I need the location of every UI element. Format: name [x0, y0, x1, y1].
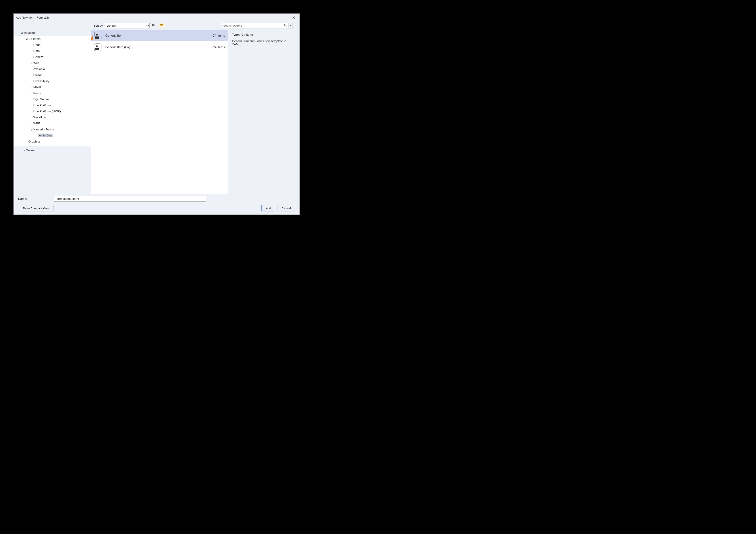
category-tree: ◢ Installed ◢ C# Items Code Data General… — [14, 30, 91, 194]
svg-rect-3 — [152, 25, 153, 26]
tree-label: Data — [33, 49, 40, 53]
tree-item-maui[interactable]: ▷MAUI — [14, 84, 91, 90]
template-category: C# Items — [212, 34, 225, 37]
toolbar: Sort by: Default ▾ — [14, 21, 300, 30]
search-icon[interactable] — [283, 24, 288, 28]
expand-icon: ▷ — [22, 149, 26, 152]
tree-section-installed[interactable]: ◢ Installed — [14, 30, 91, 36]
expand-icon: ▷ — [30, 62, 33, 64]
tree-label: C# Items — [28, 37, 40, 41]
tree-item-blazor[interactable]: Blazor — [14, 72, 91, 78]
tree-label: SQL Server — [33, 98, 49, 101]
svg-rect-1 — [153, 24, 154, 25]
tree-item-code[interactable]: Code — [14, 42, 91, 48]
tree-label: WPF — [33, 122, 40, 125]
svg-rect-11 — [161, 27, 163, 27]
tree-item-web[interactable]: ▷Web — [14, 60, 91, 66]
tree-label: Web — [33, 61, 40, 65]
template-icon — [94, 31, 103, 40]
tree-label: Xamarin.Forms — [33, 128, 54, 131]
svg-rect-16 — [95, 37, 99, 39]
show-compact-view-button[interactable]: Show Compact View — [18, 205, 53, 211]
detail-type-label: Type: — [232, 33, 240, 36]
tree-label: MAUI — [33, 85, 41, 89]
tree-label: Prism — [33, 92, 41, 95]
tree-item-wpf[interactable]: ▷WPF — [14, 120, 91, 126]
cancel-button[interactable]: Cancel — [278, 205, 295, 211]
svg-point-18 — [96, 45, 98, 47]
svg-rect-5 — [154, 25, 155, 26]
tree-label: Installed — [23, 31, 35, 35]
tree-label: Online — [26, 149, 35, 152]
detail-description: Generic Xamarin.Forms item template in X… — [232, 40, 295, 46]
expand-icon: ▷ — [30, 86, 33, 88]
search-dropdown-icon[interactable]: ▾ — [289, 23, 293, 28]
tree-label: Blazor — [33, 73, 42, 77]
add-button[interactable]: Add — [261, 205, 275, 211]
search-input[interactable] — [222, 24, 283, 27]
svg-rect-2 — [154, 24, 155, 25]
tree-item-uno-platform[interactable]: Uno Platform — [14, 102, 91, 108]
titlebar: Add New Item - FormsLib ✕ — [14, 14, 300, 21]
dialog-footer: Name: Show Compact View Add Cancel — [14, 194, 300, 214]
tree-item-workflow[interactable]: Workflow — [14, 114, 91, 120]
svg-rect-8 — [160, 25, 161, 26]
search-box[interactable] — [222, 23, 289, 28]
tree-item-all-in-one[interactable]: All-in-One — [14, 132, 91, 138]
template-label: Generic Item — [105, 34, 212, 37]
tree-label: Extensibility — [33, 79, 49, 83]
detail-pane: Type: C# Items Generic Xamarin.Forms ite… — [228, 30, 300, 194]
name-input[interactable] — [54, 196, 206, 202]
name-label: Name: — [18, 197, 54, 200]
tree-item-uno-platform-uwp[interactable]: Uno Platform (UWP) — [14, 108, 91, 114]
tree-label: All-in-One — [38, 133, 53, 137]
collapse-icon: ◢ — [20, 32, 23, 34]
collapse-icon: ◢ — [30, 128, 33, 131]
tree-item-extensibility[interactable]: Extensibility — [14, 78, 91, 84]
svg-point-15 — [96, 34, 98, 36]
svg-rect-19 — [95, 48, 99, 50]
tree-item-data[interactable]: Data — [14, 48, 91, 54]
template-generic-item[interactable]: Generic Item C# Items — [91, 30, 228, 42]
detail-type-value: C# Items — [242, 33, 254, 36]
tree-label: Workflow — [33, 116, 46, 119]
tree-item-graphics[interactable]: Graphics — [14, 138, 91, 145]
svg-rect-4 — [153, 25, 154, 26]
svg-rect-6 — [160, 24, 161, 25]
collapse-icon: ◢ — [25, 38, 28, 40]
expand-icon: ▷ — [30, 92, 33, 95]
template-category: C# Items — [212, 45, 225, 49]
view-grid-icon[interactable] — [151, 23, 157, 28]
sort-by-label: Sort by: — [94, 24, 104, 27]
svg-rect-0 — [152, 24, 153, 25]
svg-point-12 — [284, 24, 286, 26]
dialog-body: ◢ Installed ◢ C# Items Code Data General… — [14, 30, 300, 194]
sort-by-select[interactable]: Default — [105, 23, 149, 28]
close-icon[interactable]: ✕ — [290, 15, 297, 20]
window-title: Add New Item - FormsLib — [16, 16, 49, 19]
template-label: Generic Item (C#) — [105, 45, 212, 49]
template-list: Generic Item C# Items Generic Item (C#) … — [91, 30, 228, 194]
tree-item-sqlserver[interactable]: SQL Server — [14, 96, 91, 102]
tree-label: Avalonia — [33, 67, 45, 71]
tree-item-general[interactable]: General — [14, 54, 91, 60]
tree-section-online[interactable]: ▷ Online — [14, 147, 91, 153]
tree-item-avalonia[interactable]: Avalonia — [14, 66, 91, 72]
tree-label: Code — [33, 43, 40, 46]
tree-label: Uno Platform — [33, 103, 51, 107]
svg-line-13 — [286, 26, 287, 27]
svg-rect-7 — [161, 24, 163, 25]
view-list-icon[interactable] — [159, 23, 165, 28]
template-icon — [94, 43, 103, 52]
tree-label: Uno Platform (UWP) — [33, 110, 61, 113]
tree-item-xamarin-forms[interactable]: ◢Xamarin.Forms — [14, 126, 91, 132]
tree-item-prism[interactable]: ▷Prism — [14, 90, 91, 96]
tree-label: Graphics — [28, 140, 40, 143]
expand-icon: ▷ — [30, 122, 33, 125]
template-generic-item-csharp[interactable]: Generic Item (C#) C# Items — [91, 42, 228, 53]
svg-rect-10 — [160, 27, 161, 27]
tree-label: General — [33, 55, 44, 59]
svg-rect-9 — [161, 25, 163, 26]
add-new-item-dialog: Add New Item - FormsLib ✕ Sort by: Defau… — [14, 14, 300, 215]
tree-item-csharp-items[interactable]: ◢ C# Items — [14, 36, 91, 42]
